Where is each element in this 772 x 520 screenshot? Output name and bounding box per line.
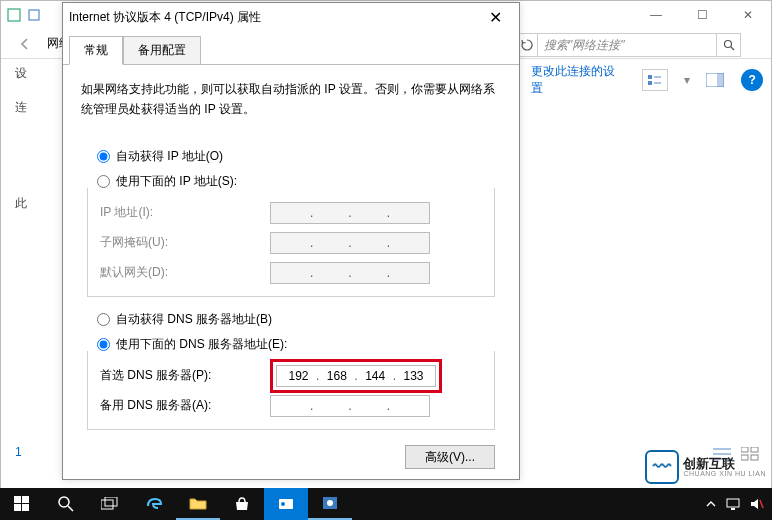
ipv4-properties-dialog: Internet 协议版本 4 (TCP/IPv4) 属性 ✕ 常规 备用配置 … <box>62 2 520 480</box>
taskbar <box>0 488 772 520</box>
ip-address-input: ... <box>270 202 430 224</box>
svg-point-26 <box>281 502 285 506</box>
dialog-tabs: 常规 备用配置 <box>63 35 519 64</box>
change-settings-link[interactable]: 更改此连接的设置 <box>531 63 626 97</box>
subnet-mask-label: 子网掩码(U): <box>100 234 270 251</box>
svg-rect-18 <box>22 496 29 503</box>
app-icon-2 <box>27 8 41 22</box>
svg-line-22 <box>68 506 73 511</box>
svg-line-3 <box>731 47 734 50</box>
secondary-dns-label: 备用 DNS 服务器(A): <box>100 397 270 414</box>
gateway-row: 默认网关(D): ... <box>100 258 482 288</box>
subnet-mask-row: 子网掩码(U): ... <box>100 228 482 258</box>
task-view-icon <box>101 497 119 511</box>
dialog-body: 如果网络支持此功能，则可以获取自动指派的 IP 设置。否则，你需要从网络系统管理… <box>63 64 519 480</box>
ip-auto-label: 自动获得 IP 地址(O) <box>116 148 223 165</box>
gateway-label: 默认网关(D): <box>100 264 270 281</box>
secondary-dns-row: 备用 DNS 服务器(A): ... <box>100 391 482 421</box>
ip-manual-radio[interactable] <box>97 175 110 188</box>
edge-button[interactable] <box>132 488 176 520</box>
edge-icon <box>146 496 162 512</box>
ip-address-label: IP 地址(I): <box>100 204 270 221</box>
search-icon <box>58 496 74 512</box>
subnet-mask-input: ... <box>270 232 430 254</box>
view-dropdown[interactable] <box>642 69 668 91</box>
sidebar-text: 设 <box>15 65 55 91</box>
tray-chevron-icon[interactable] <box>706 499 716 509</box>
secondary-dns-input[interactable]: ... <box>270 395 430 417</box>
dns-auto-label: 自动获得 DNS 服务器地址(B) <box>116 311 272 328</box>
svg-line-31 <box>760 500 763 508</box>
svg-rect-4 <box>648 75 652 79</box>
svg-point-21 <box>59 497 69 507</box>
dialog-close-button[interactable]: ✕ <box>477 3 513 31</box>
task-view-button[interactable] <box>88 488 132 520</box>
dns-auto-radio-row[interactable]: 自动获得 DNS 服务器地址(B) <box>97 311 501 328</box>
window-minimize-button[interactable]: — <box>633 1 679 29</box>
dialog-description: 如果网络支持此功能，则可以获取自动指派的 IP 设置。否则，你需要从网络系统管理… <box>81 79 501 120</box>
window-restore-button[interactable]: ☐ <box>679 1 725 29</box>
primary-dns-input[interactable]: 192. 168. 144. 133 <box>276 365 436 387</box>
svg-rect-1 <box>29 10 39 20</box>
search-icon <box>723 39 735 51</box>
svg-rect-29 <box>727 499 739 507</box>
tray-volume-icon[interactable] <box>750 498 764 510</box>
search-button[interactable] <box>717 33 741 57</box>
folder-icon <box>189 496 207 510</box>
dns-auto-radio[interactable] <box>97 313 110 326</box>
dialog-titlebar: Internet 协议版本 4 (TCP/IPv4) 属性 ✕ <box>63 3 519 31</box>
sidebar-text: 此 <box>15 195 55 221</box>
sidebar-text: 连 <box>15 99 55 125</box>
windows-icon <box>14 496 30 512</box>
store-button[interactable] <box>220 488 264 520</box>
tab-alternate[interactable]: 备用配置 <box>123 36 201 65</box>
ip-address-row: IP 地址(I): ... <box>100 198 482 228</box>
search-placeholder: 搜索"网络连接" <box>544 37 625 54</box>
taskbar-search-button[interactable] <box>44 488 88 520</box>
app-icon <box>7 8 21 22</box>
svg-rect-23 <box>101 500 113 509</box>
svg-rect-19 <box>14 504 21 511</box>
svg-rect-20 <box>22 504 29 511</box>
dns-fieldset: 首选 DNS 服务器(P): 192. 168. 144. 133 备用 DNS… <box>87 351 495 430</box>
gateway-input: ... <box>270 262 430 284</box>
svg-rect-9 <box>717 73 724 87</box>
search-wrap: 搜索"网络连接" <box>515 33 741 57</box>
store-icon <box>234 496 250 512</box>
svg-rect-0 <box>8 9 20 21</box>
svg-rect-5 <box>648 81 652 85</box>
watermark-logo-icon: 〰 <box>645 450 679 484</box>
ip-auto-radio[interactable] <box>97 150 110 163</box>
dialog-title: Internet 协议版本 4 (TCP/IPv4) 属性 <box>69 9 477 26</box>
svg-point-2 <box>724 41 731 48</box>
primary-dns-highlight: 192. 168. 144. 133 <box>270 359 442 393</box>
system-tray <box>706 498 772 510</box>
sidebar-fragments: 设 连 此 <box>15 65 55 221</box>
dns-manual-radio[interactable] <box>97 338 110 351</box>
tab-general[interactable]: 常规 <box>69 36 123 65</box>
command-bar: 更改此连接的设置 ▾ ? <box>531 65 763 95</box>
advanced-button[interactable]: 高级(V)... <box>405 445 495 469</box>
svg-rect-24 <box>105 497 117 506</box>
tray-network-icon[interactable] <box>726 498 740 510</box>
watermark-py: CHUANG XIN HU LIAN <box>683 470 766 477</box>
watermark-cn: 创新互联 <box>683 457 766 470</box>
primary-dns-label: 首选 DNS 服务器(P): <box>100 367 270 384</box>
nav-back-button[interactable] <box>11 32 39 56</box>
preview-pane-button[interactable] <box>706 70 726 90</box>
id-card-icon <box>278 496 294 512</box>
ip-auto-radio-row[interactable]: 自动获得 IP 地址(O) <box>97 148 501 165</box>
start-button[interactable] <box>0 488 44 520</box>
settings-app-button[interactable] <box>264 488 308 520</box>
primary-dns-row: 首选 DNS 服务器(P): 192. 168. 144. 133 <box>100 361 482 391</box>
explorer-button[interactable] <box>176 488 220 520</box>
help-button[interactable]: ? <box>741 69 763 91</box>
search-input[interactable]: 搜索"网络连接" <box>537 33 717 57</box>
svg-rect-17 <box>14 496 21 503</box>
ip-fieldset: IP 地址(I): ... 子网掩码(U): ... 默认网关(D): ... <box>87 188 495 297</box>
control-panel-button[interactable] <box>308 488 352 520</box>
svg-point-28 <box>327 500 333 506</box>
item-count: 1 <box>15 445 22 459</box>
window-close-button[interactable]: ✕ <box>725 1 771 29</box>
control-panel-icon <box>322 495 338 511</box>
